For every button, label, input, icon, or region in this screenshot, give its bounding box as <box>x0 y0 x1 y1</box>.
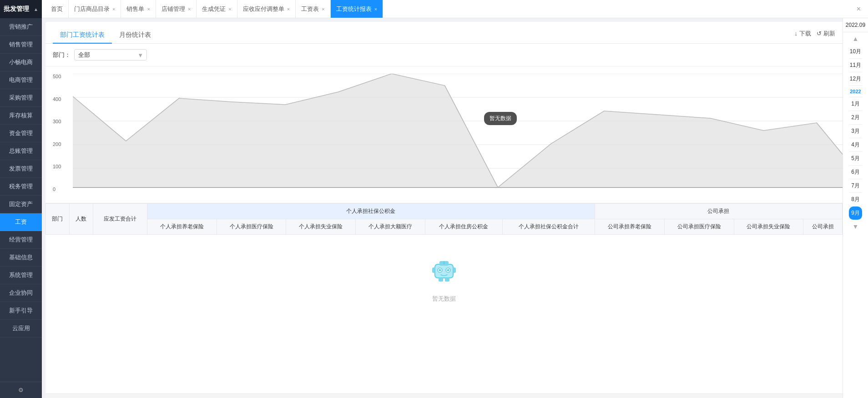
tab-销售单[interactable]: 销售单× <box>121 0 156 18</box>
sidebar-item-发票管理[interactable]: 发票管理 <box>0 160 42 178</box>
sidebar-item-系统管理[interactable]: 系统管理 <box>0 267 42 284</box>
download-button[interactable]: ↓ 下载 <box>795 30 812 38</box>
sidebar-item-营销推广[interactable]: 营销推广 <box>0 18 42 36</box>
tab-label: 工资统计报表 <box>336 5 372 13</box>
sidebar-item-经营管理[interactable]: 经营管理 <box>0 231 42 249</box>
date-month-6月[interactable]: 6月 <box>849 166 862 179</box>
tab-close-icon[interactable]: × <box>228 6 231 12</box>
settings-icon: ⚙ <box>18 387 24 393</box>
sub-tab-部门工资统计表[interactable]: 部门工资统计表 <box>53 27 112 44</box>
tab-门店商品目录[interactable]: 门店商品目录× <box>69 0 121 18</box>
sidebar-items: 营销推广销售管理小畅电商电商管理采购管理库存核算资金管理总账管理发票管理税务管理… <box>0 18 42 338</box>
sidebar-item-库存核算[interactable]: 库存核算 <box>0 107 42 125</box>
dept-select-wrapper: 全部 ▼ <box>74 49 147 60</box>
scroll-inner <box>45 394 843 394</box>
table-header-row2: 个人承担养老保险 个人承担医疗保险 个人承担失业保险 个人承担大额医疗 个人承担… <box>46 219 843 235</box>
tab-label: 生成凭证 <box>202 5 226 13</box>
tab-应收应付调整单[interactable]: 应收应付调整单× <box>237 0 296 18</box>
tab-label: 工资表 <box>301 5 319 13</box>
date-month-12月[interactable]: 12月 <box>849 72 862 86</box>
date-month-3月[interactable]: 3月 <box>849 125 862 138</box>
date-toggle[interactable]: 2022.09 <box>843 18 868 32</box>
sidebar-arrow-icon: ▲ <box>34 7 38 12</box>
sidebar-item-固定资产[interactable]: 固定资产 <box>0 196 42 213</box>
tab-label: 首页 <box>51 5 63 13</box>
sub-tab-月份统计表[interactable]: 月份统计表 <box>112 27 158 44</box>
tab-工资表[interactable]: 工资表× <box>296 0 330 18</box>
date-month-9月[interactable]: 9月 <box>849 207 862 220</box>
date-month-10月[interactable]: 10月 <box>849 45 862 59</box>
sidebar-item-小畅电商[interactable]: 小畅电商 <box>0 54 42 71</box>
sidebar-item-总账管理[interactable]: 总账管理 <box>0 142 42 160</box>
tab-close-icon[interactable]: × <box>112 6 115 12</box>
col-company-medical: 公司承担医疗保险 <box>664 219 734 235</box>
col-personal-unemployment: 个人承担失业保险 <box>286 219 356 235</box>
table-body: 暂无数据 <box>46 235 843 322</box>
col-personal-group: 个人承担社保公积金 <box>147 204 595 219</box>
dept-select[interactable]: 全部 <box>74 49 147 60</box>
col-company-pension: 公司承担养老保险 <box>595 219 664 235</box>
date-year-label[interactable]: 2022 <box>849 86 862 97</box>
empty-text: 暂无数据 <box>432 295 456 303</box>
col-personal-pension: 个人承担养老保险 <box>147 219 217 235</box>
col-personal-medical: 个人承担医疗保险 <box>217 219 286 235</box>
tab-label: 店铺管理 <box>161 5 185 13</box>
y-axis-labels: 500 400 300 200 100 0 <box>53 74 61 192</box>
tabs-container: 首页门店商品目录×销售单×店铺管理×生成凭证×应收应付调整单×工资表×工资统计报… <box>45 0 383 18</box>
horizontal-scrollbar[interactable] <box>45 393 843 398</box>
sidebar-item-销售管理[interactable]: 销售管理 <box>0 36 42 54</box>
tab-close-icon[interactable]: × <box>374 6 377 12</box>
table-header: 部门 人数 应发工资合计 个人承担社保公积金 公司承担 个人承担养老保险 个人承… <box>46 204 843 235</box>
date-month-2月[interactable]: 2月 <box>849 111 862 125</box>
sidebar-item-工资[interactable]: 工资 <box>0 213 42 231</box>
dept-label: 部门： <box>53 51 71 59</box>
col-personal-major-medical: 个人承担大额医疗 <box>356 219 425 235</box>
sub-tabs-container: 部门工资统计表月份统计表 <box>53 27 158 43</box>
close-all-tabs-button[interactable]: × <box>853 5 864 13</box>
table-section[interactable]: 部门 人数 应发工资合计 个人承担社保公积金 公司承担 个人承担养老保险 个人承… <box>45 203 843 393</box>
sidebar-item-采购管理[interactable]: 采购管理 <box>0 89 42 107</box>
col-salary: 应发工资合计 <box>93 204 147 235</box>
col-company-group: 公司承担 <box>595 204 842 219</box>
col-personal-total: 个人承担社保公积金合计 <box>502 219 595 235</box>
date-nav-down[interactable]: ▼ <box>843 220 868 233</box>
date-month-7月[interactable]: 7月 <box>849 179 862 193</box>
sidebar-settings[interactable]: ⚙ <box>0 382 42 398</box>
sidebar-item-资金管理[interactable]: 资金管理 <box>0 125 42 142</box>
date-month-4月[interactable]: 4月 <box>849 138 862 152</box>
page-content: 部门工资统计表月份统计表 ↓ 下载 ↺ 刷新 部门： <box>45 22 843 398</box>
tab-店铺管理[interactable]: 店铺管理× <box>156 0 197 18</box>
sidebar-title: 批发管理 <box>4 5 29 13</box>
sidebar-item-基础信息[interactable]: 基础信息 <box>0 249 42 267</box>
svg-point-13 <box>447 269 449 272</box>
tab-close-icon[interactable]: × <box>287 6 290 12</box>
sidebar-header[interactable]: 批发管理 ▲ <box>0 0 42 18</box>
tab-首页[interactable]: 首页 <box>45 0 69 18</box>
date-month-8月[interactable]: 8月 <box>849 193 862 207</box>
month-list: 10月11月12月20221月2月3月4月5月6月7月8月9月 <box>849 45 862 220</box>
svg-marker-6 <box>73 74 843 187</box>
tab-bar: 首页门店商品目录×销售单×店铺管理×生成凭证×应收应付调整单×工资表×工资统计报… <box>42 0 868 18</box>
svg-rect-17 <box>445 278 449 282</box>
tab-close-icon[interactable]: × <box>147 6 150 12</box>
refresh-button[interactable]: ↺ 刷新 <box>817 30 835 38</box>
tab-label: 门店商品目录 <box>74 5 110 13</box>
sidebar-item-电商管理[interactable]: 电商管理 <box>0 71 42 89</box>
date-month-5月[interactable]: 5月 <box>849 152 862 166</box>
download-label: 下载 <box>799 30 811 38</box>
col-company-unemployment: 公司承担失业保险 <box>734 219 803 235</box>
table-header-row1: 部门 人数 应发工资合计 个人承担社保公积金 公司承担 <box>46 204 843 219</box>
date-month-11月[interactable]: 11月 <box>849 59 862 72</box>
sidebar-item-云应用[interactable]: 云应用 <box>0 320 42 338</box>
tab-生成凭证[interactable]: 生成凭证× <box>197 0 237 18</box>
sidebar-item-新手引导[interactable]: 新手引导 <box>0 302 42 320</box>
date-nav-up[interactable]: ▲ <box>843 32 868 45</box>
data-table: 部门 人数 应发工资合计 个人承担社保公积金 公司承担 个人承担养老保险 个人承… <box>45 203 843 321</box>
col-count: 人数 <box>69 204 93 235</box>
tab-工资统计报表[interactable]: 工资统计报表× <box>331 0 383 18</box>
sidebar-item-企业协同[interactable]: 企业协同 <box>0 284 42 302</box>
tab-close-icon[interactable]: × <box>322 6 324 12</box>
date-month-1月[interactable]: 1月 <box>849 97 862 111</box>
sidebar-item-税务管理[interactable]: 税务管理 <box>0 178 42 196</box>
tab-close-icon[interactable]: × <box>188 6 191 12</box>
